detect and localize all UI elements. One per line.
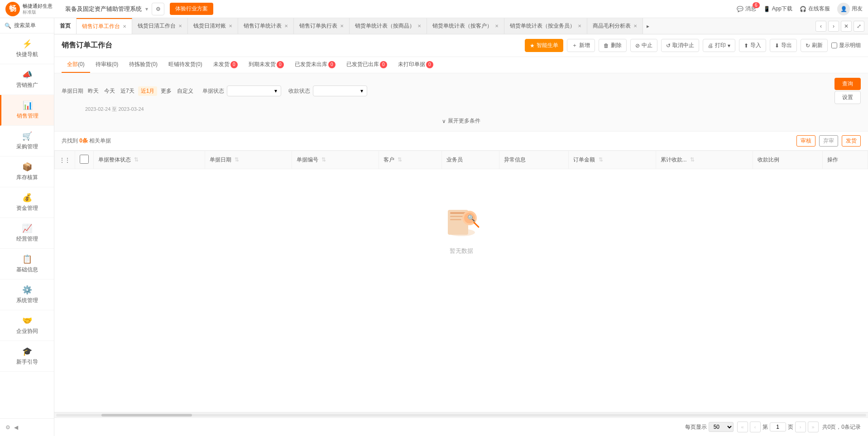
- first-page-button[interactable]: «: [737, 422, 748, 432]
- tab-close-all[interactable]: ✕: [841, 21, 852, 32]
- show-detail-label[interactable]: 显示明细: [831, 42, 861, 49]
- expand-filter-button[interactable]: ∨ 展开更多条件: [438, 115, 484, 127]
- tab-sales-summary-staff[interactable]: 销货单统计表（按业务员） ✕: [504, 18, 587, 34]
- message-button[interactable]: 💬 6 消息: [737, 5, 756, 13]
- show-detail-checkbox[interactable]: [831, 43, 837, 48]
- tab-sales-summary-product[interactable]: 销货单统计表（按商品） ✕: [350, 18, 427, 34]
- query-button[interactable]: 查询: [834, 78, 861, 90]
- payment-dropdown-arrow: ▾: [360, 88, 363, 94]
- date-option-7days[interactable]: 近7天: [119, 86, 136, 96]
- tab-close-sales-stats[interactable]: ✕: [284, 24, 288, 28]
- sort-collected-icon[interactable]: ⇅: [690, 156, 695, 163]
- refresh-button[interactable]: ↻ 刷新: [801, 39, 828, 52]
- sidebar-item-inventory[interactable]: 📦 库存核算: [0, 156, 54, 187]
- tab-sales-order-workbench[interactable]: 销售订单工作台 ✕: [77, 18, 132, 34]
- add-button[interactable]: ＋ 新增: [567, 39, 595, 52]
- sidebar-search[interactable]: 🔍 搜索菜单: [0, 18, 54, 33]
- tab-close-sales-order[interactable]: ✕: [123, 24, 126, 29]
- last-page-button[interactable]: »: [808, 422, 819, 432]
- empty-text: 暂无数据: [450, 247, 473, 255]
- settings-icon[interactable]: ⚙: [152, 3, 164, 15]
- title-dropdown-icon[interactable]: ▾: [145, 6, 148, 12]
- cancel-review-button[interactable]: 弃审: [819, 135, 838, 147]
- sidebar-collapse-icon[interactable]: ◀: [14, 424, 18, 431]
- app-download-button[interactable]: 📱 App下载: [763, 5, 792, 13]
- set-button[interactable]: 设置: [834, 91, 861, 104]
- tab-close-cash-reconcile[interactable]: ✕: [229, 24, 232, 28]
- col-status: 单据整体状态 ⇅: [94, 151, 205, 169]
- sidebar-item-sales[interactable]: 📊 销售管理: [0, 95, 54, 126]
- horizontal-scrollbar[interactable]: [54, 412, 868, 417]
- trial-button[interactable]: 体验行业方案: [170, 3, 213, 15]
- sort-amount-icon[interactable]: ⇅: [599, 156, 603, 163]
- sub-tab-not-printed[interactable]: 未打印单据0: [393, 57, 439, 73]
- tab-sales-summary-customer[interactable]: 销货单统计表（按客户） ✕: [427, 18, 504, 34]
- sub-tab-expired-not-shipped[interactable]: 到期未发货0: [243, 57, 289, 73]
- date-option-today[interactable]: 今天: [102, 86, 117, 96]
- tab-close-summary-customer[interactable]: ✕: [495, 24, 499, 28]
- sub-tab-shipped-not-out[interactable]: 已发货未出库0: [289, 57, 341, 73]
- tab-nav-right[interactable]: ›: [828, 21, 839, 32]
- export-button[interactable]: ⬇ 导出: [770, 39, 797, 52]
- sort-date-icon[interactable]: ⇅: [235, 156, 239, 163]
- date-option-custom[interactable]: 自定义: [175, 86, 195, 96]
- sidebar-settings-icon[interactable]: ⚙: [5, 424, 10, 431]
- date-option-more[interactable]: 更多: [159, 86, 173, 96]
- tab-cash-reconcile[interactable]: 钱货日清对账 ✕: [188, 18, 238, 34]
- payment-dropdown[interactable]: ▾: [313, 85, 367, 96]
- tab-close-gross-profit[interactable]: ✕: [633, 24, 637, 28]
- tab-close-summary-staff[interactable]: ✕: [578, 24, 581, 28]
- sidebar-item-basic-info[interactable]: 📋 基础信息: [0, 249, 54, 280]
- tab-close-sales-exec[interactable]: ✕: [340, 24, 344, 28]
- tab-sales-exec[interactable]: 销售订单执行表 ✕: [294, 18, 350, 34]
- tab-sales-stats[interactable]: 销售订单统计表 ✕: [238, 18, 294, 34]
- sub-tab-pending-review[interactable]: 待审核(0): [90, 57, 124, 73]
- sort-customer-icon[interactable]: ⇅: [398, 156, 402, 163]
- smart-generate-button[interactable]: ★ 智能生单: [525, 39, 563, 52]
- sidebar-item-guide[interactable]: 🎓 新手引导: [0, 341, 54, 372]
- print-button[interactable]: 🖨 打印 ▾: [703, 39, 735, 52]
- online-service-button[interactable]: 🎧 在线客服: [800, 5, 830, 13]
- stop-button[interactable]: ⊘ 中止: [630, 39, 657, 52]
- tab-gross-profit[interactable]: 商品毛利分析表 ✕: [587, 18, 643, 34]
- sidebar-item-cooperation[interactable]: 🤝 企业协同: [0, 310, 54, 341]
- tab-maximize[interactable]: ⤢: [854, 21, 864, 32]
- tab-nav-left[interactable]: ‹: [815, 21, 826, 32]
- sidebar-item-purchase[interactable]: 🛒 采购管理: [0, 126, 54, 156]
- ship-button[interactable]: 发货: [842, 135, 861, 147]
- page-input[interactable]: [770, 422, 786, 431]
- prev-page-button[interactable]: ‹: [750, 422, 761, 432]
- sidebar-item-system[interactable]: ⚙️ 系统管理: [0, 280, 54, 310]
- date-option-yesterday[interactable]: 昨天: [86, 86, 101, 96]
- payment-filter-label: 收款状态: [288, 87, 310, 95]
- delete-button[interactable]: 🗑 删除: [599, 39, 627, 52]
- import-button[interactable]: ⬆ 导入: [739, 39, 766, 52]
- sort-number-icon[interactable]: ⇅: [321, 156, 326, 163]
- page-size-dropdown[interactable]: 50 10 20 100: [709, 422, 734, 432]
- review-button[interactable]: 审核: [796, 135, 815, 147]
- sidebar-item-operation[interactable]: 📈 经营管理: [0, 218, 54, 249]
- sidebar-item-marketing[interactable]: 📣 营销推广: [0, 64, 54, 95]
- sidebar-item-finance[interactable]: 💰 资金管理: [0, 187, 54, 218]
- next-page-button[interactable]: ›: [795, 422, 806, 432]
- tab-cash-daily[interactable]: 钱货日清工作台 ✕: [132, 18, 188, 34]
- tab-close-summary-product[interactable]: ✕: [417, 24, 421, 28]
- cancel-stop-button[interactable]: ↺ 取消中止: [661, 39, 699, 52]
- results-count: 共找到 0条 相关单据: [62, 137, 111, 145]
- date-option-1month[interactable]: 近1月: [138, 86, 158, 96]
- sidebar-item-quick-nav[interactable]: ⚡ 快捷导航: [0, 33, 54, 64]
- sort-status-icon[interactable]: ⇅: [134, 156, 139, 163]
- sub-tab-pending-inspect[interactable]: 待拣验货(0): [124, 57, 163, 73]
- date-range-display: 2023-02-24 至 2023-03-24: [85, 106, 144, 112]
- status-dropdown[interactable]: ▾: [227, 85, 281, 96]
- user-button[interactable]: 👤 用友: [837, 3, 863, 15]
- tab-home[interactable]: 首页: [54, 18, 77, 34]
- select-all-checkbox[interactable]: [80, 155, 89, 164]
- svg-rect-2: [450, 212, 466, 214]
- sub-tab-shipped-out[interactable]: 已发货已出库0: [341, 57, 393, 73]
- sub-tab-wangpu[interactable]: 旺铺待发货(0): [163, 57, 208, 73]
- sub-tab-all[interactable]: 全部(0): [62, 57, 90, 73]
- tab-more-button[interactable]: ▸: [643, 23, 653, 29]
- sub-tab-not-shipped[interactable]: 未发货0: [208, 57, 243, 73]
- tab-close-cash-daily[interactable]: ✕: [178, 24, 182, 28]
